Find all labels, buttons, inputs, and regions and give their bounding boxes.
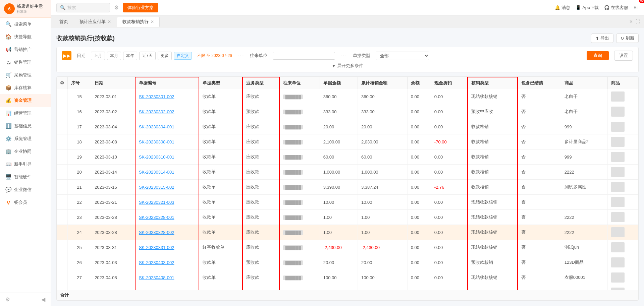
message-label: 消息 — [561, 5, 570, 11]
td-voucher-no[interactable]: SK-20230331-002 — [135, 240, 199, 255]
filter-toggle-button[interactable]: ▶▶ — [62, 51, 71, 60]
tab-payable[interactable]: 预计应应付单 ✕ — [74, 17, 117, 27]
th-product2[interactable]: 商品 — [607, 77, 638, 89]
date-this-year[interactable]: 本年 — [123, 52, 137, 60]
td-voucher-no[interactable]: SK-20230328-001 — [135, 210, 199, 225]
tab-collection-label: 收款核销执行 — [122, 19, 149, 25]
collapse-icon[interactable]: ◀ — [41, 296, 45, 303]
sidebar-item-guide[interactable]: 📖 新手引导 — [0, 158, 51, 171]
tab-collection-close[interactable]: ✕ — [151, 19, 154, 24]
sidebar-item-sales[interactable]: 🗂 销售管理 — [0, 56, 51, 69]
th-voucher-no[interactable]: 单据编号 — [135, 77, 199, 89]
table-row[interactable]: 26 2023-04-03 SK-20230403-002 收款单 预收款 ██… — [57, 255, 638, 270]
sidebar-item-basic[interactable]: ℹ️ 基础信息 — [0, 120, 51, 132]
table-row[interactable]: 27 2023-04-08 SK-20230408-001 收款单 应收款 ██… — [57, 270, 638, 285]
table-row[interactable]: 15 2023-03-01 SK-20230301-002 收款单 应收款 ██… — [57, 89, 638, 104]
td-voucher-no[interactable]: SK-20230301-002 — [135, 89, 199, 104]
table-row[interactable]: 19 2023-03-10 SK-20230310-001 收款单 应收款 ██… — [57, 149, 638, 165]
export-button[interactable]: ⬆ 导出 — [591, 34, 613, 43]
td-voucher-no[interactable]: SK-20230315-002 — [135, 180, 199, 195]
refresh-button[interactable]: ↻ 刷新 — [616, 34, 639, 43]
filter-settings-button[interactable]: 设置 — [614, 51, 633, 61]
td-product: 123D商品 — [561, 255, 607, 270]
partner-input[interactable] — [273, 52, 335, 60]
th-cum-amount[interactable]: 累计核销金额 — [358, 77, 407, 89]
th-settings[interactable]: ⚙ — [57, 77, 68, 89]
td-voucher-no[interactable]: SK-20230314-001 — [135, 165, 199, 180]
th-voucher-type[interactable]: 单据类型 — [199, 77, 243, 89]
td-balance: 0.00 — [407, 104, 431, 119]
query-button[interactable]: 查询 — [587, 51, 609, 60]
tab-home[interactable]: 首页 — [54, 17, 74, 27]
th-amount[interactable]: 单据金额 — [320, 77, 358, 89]
sidebar-item-search[interactable]: 🔍 搜索菜单 — [0, 18, 51, 30]
th-cash-discount[interactable]: 现金折扣 — [431, 77, 468, 89]
topbar-search[interactable]: 🔍 搜索 — [56, 3, 110, 12]
table-scroll[interactable]: ⚙ 序号 日期 单据编号 单据类型 业务类型 往来单位 单据金额 累计核销金额 … — [57, 77, 638, 290]
settings-footer-icon[interactable]: ⚙ — [5, 296, 10, 303]
message-action[interactable]: 🔔 消息 99+ — [555, 5, 570, 11]
td-voucher-no[interactable]: SK-20230403-002 — [135, 255, 199, 270]
tab-payable-close[interactable]: ✕ — [108, 19, 111, 24]
sidebar-nav: 🔍 搜索菜单 🏠 快捷导航 📢 营销推广 🗂 销售管理 🛒 采购管理 📦 库存核… — [0, 18, 51, 293]
table-row[interactable]: 25 2023-03-31 SK-20230331-002 红字收款单 应收款 … — [57, 240, 638, 255]
tab-collection[interactable]: 收款核销执行 ✕ — [117, 17, 160, 27]
sidebar-item-system[interactable]: ⚙️ 系统管理 — [0, 132, 51, 145]
sidebar-item-member[interactable]: V 畅会员 — [0, 196, 51, 209]
td-voucher-no[interactable]: SK-20230310-001 — [135, 149, 199, 165]
table-row[interactable]: 23 2023-03-28 SK-20230328-001 收款单 应收款 ██… — [57, 210, 638, 225]
sidebar-item-inventory[interactable]: 📦 库存核算 — [0, 81, 51, 94]
voucher-type-select[interactable]: 全部 收款单 — [376, 52, 429, 60]
sidebar-item-hardware[interactable]: 🖥️ 智能硬件 — [0, 171, 51, 183]
th-write-off-type[interactable]: 核销类型 — [468, 77, 518, 89]
th-date[interactable]: 日期 — [91, 77, 135, 89]
th-balance[interactable]: 余额 — [407, 77, 431, 89]
th-partner[interactable]: 往来单位 — [279, 77, 320, 89]
sidebar-item-purchase[interactable]: 🛒 采购管理 — [0, 69, 51, 81]
page-title: 收款核销执行(按收款) — [56, 34, 115, 42]
date-7days[interactable]: 近7天 — [139, 52, 156, 60]
close-window-icon[interactable]: ✕ — [629, 19, 633, 24]
expand-button[interactable]: ▼ 展开更多条件 — [332, 63, 364, 69]
date-more[interactable]: 更多 — [158, 52, 172, 60]
th-include-settled[interactable]: 包含已结清 — [518, 77, 561, 89]
th-biz-type[interactable]: 业务类型 — [243, 77, 279, 89]
table-row[interactable]: 28 2023-04-18 SK-20230418-001 收款单 应收款 ██… — [57, 285, 638, 290]
td-voucher-no[interactable]: SK-20230418-001 — [135, 285, 199, 290]
maximize-icon[interactable]: ⛶ — [636, 19, 640, 24]
solution-button[interactable]: 体验行业方案 — [123, 3, 158, 12]
sidebar-item-quicknav[interactable]: 🏠 快捷导航 — [0, 30, 51, 43]
date-this-month[interactable]: 本月 — [107, 52, 121, 60]
td-voucher-no[interactable]: SK-20230304-001 — [135, 119, 199, 134]
sidebar-item-marketing[interactable]: 📢 营销推广 — [0, 43, 51, 56]
table-row[interactable]: 22 2023-03-21 SK-20230321-003 收款单 应收款 ██… — [57, 195, 638, 210]
table-row[interactable]: 17 2023-03-04 SK-20230304-001 收款单 应收款 ██… — [57, 119, 638, 134]
date-last-month[interactable]: 上月 — [91, 52, 105, 60]
online-service-action[interactable]: 🎧 在线客服 — [604, 5, 628, 11]
table-row[interactable]: 16 2023-03-02 SK-20230302-002 收款单 预收款 ██… — [57, 104, 638, 119]
sidebar-item-operations[interactable]: 📊 经营管理 — [0, 107, 51, 120]
td-voucher-no[interactable]: SK-20230328-002 — [135, 225, 199, 240]
table-row[interactable]: 20 2023-03-14 SK-20230314-001 收款单 应收款 ██… — [57, 165, 638, 180]
table-row[interactable]: 21 2023-03-15 SK-20230315-002 收款单 应收款 ██… — [57, 180, 638, 195]
td-voucher-no[interactable]: SK-20230308-001 — [135, 134, 199, 149]
sidebar-label-search: 搜索菜单 — [14, 21, 32, 27]
sidebar-item-enterprise[interactable]: 🏢 企业协同 — [0, 145, 51, 158]
sidebar-item-finance[interactable]: 💰 资金管理 — [0, 94, 51, 107]
td-voucher-no[interactable]: SK-20230321-003 — [135, 195, 199, 210]
sidebar-item-wechat[interactable]: 💬 企业微信 — [0, 183, 51, 196]
th-product[interactable]: 商品 — [561, 77, 607, 89]
table-row[interactable]: 18 2023-03-08 SK-20230308-001 收款单 应收款 ██… — [57, 134, 638, 149]
table-row[interactable]: 24 2023-03-28 SK-20230328-002 收款单 应收款 ██… — [57, 225, 638, 240]
refresh-label: 刷新 — [626, 35, 634, 41]
date-filter-label: 日期 — [77, 53, 86, 59]
app-download-action[interactable]: 📱 App下载 — [576, 5, 599, 11]
date-custom-tag[interactable]: 自定义 — [174, 52, 192, 60]
td-voucher-no[interactable]: SK-20230302-002 — [135, 104, 199, 119]
td-include-settled: 否 — [518, 119, 561, 134]
gear-icon[interactable]: ⚙ — [114, 4, 119, 11]
td-balance: 0.00 — [407, 210, 431, 225]
td-voucher-no[interactable]: SK-20230408-001 — [135, 270, 199, 285]
td-product: 测试jun — [561, 240, 607, 255]
td-date: 2023-03-08 — [91, 134, 135, 149]
